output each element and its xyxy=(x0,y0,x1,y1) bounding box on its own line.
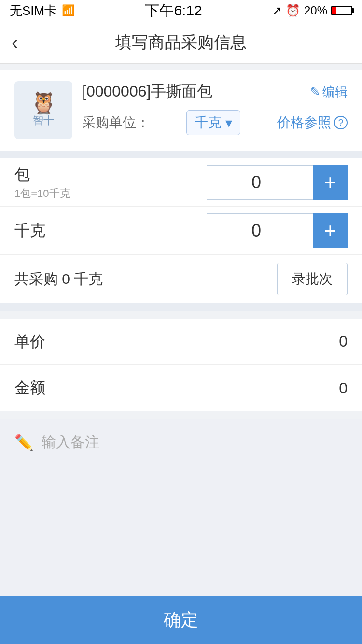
divider-1 xyxy=(0,151,362,158)
unit-price-value: 0 xyxy=(339,333,348,350)
qianke-input[interactable] xyxy=(207,213,313,248)
alarm-icon: ⏰ xyxy=(286,4,300,17)
unit-value: 千克 xyxy=(195,113,222,132)
edit-icon: ✎ xyxy=(310,84,320,99)
unit-label: 采购单位： xyxy=(82,113,150,132)
status-bar: 无SIM卡 📶 下午6:12 ↗ ⏰ 20% xyxy=(0,0,362,21)
confirm-label: 确定 xyxy=(164,608,198,632)
status-time: 下午6:12 xyxy=(145,1,202,21)
qianke-label: 千克 xyxy=(14,220,72,241)
product-image: 🦉 智十 xyxy=(14,81,72,139)
battery-percent: 20% xyxy=(304,4,327,17)
confirm-button[interactable]: 确定 xyxy=(0,596,362,644)
qianke-label-block: 千克 xyxy=(14,220,72,241)
amount-row: 金额 0 xyxy=(0,365,362,411)
edit-label: 编辑 xyxy=(322,84,348,100)
bao-sublabel: 1包=10千克 xyxy=(14,186,72,201)
product-name: [0000006]手撕面包 xyxy=(82,81,212,102)
product-logo-text: 智十 xyxy=(33,113,54,128)
unit-select[interactable]: 千克 ▾ xyxy=(186,110,240,135)
bao-input[interactable] xyxy=(207,165,313,200)
location-icon: ↗ xyxy=(272,4,282,17)
battery-icon xyxy=(331,6,352,15)
price-section: 单价 0 金额 0 xyxy=(0,319,362,411)
qianke-plus-button[interactable]: + xyxy=(313,213,348,248)
unit-row: 采购单位： 千克 ▾ 价格参照 ? xyxy=(82,110,348,135)
pencil-icon: ✏️ xyxy=(14,434,34,452)
remark-placeholder[interactable]: 输入备注 xyxy=(42,433,99,452)
input-section: 包 1包=10千克 + 千克 + xyxy=(0,158,362,255)
page-title: 填写商品采购信息 xyxy=(115,31,247,54)
chevron-down-icon: ▾ xyxy=(225,115,232,131)
edit-button[interactable]: ✎ 编辑 xyxy=(310,84,348,100)
remark-section: ✏️ 输入备注 xyxy=(0,419,362,612)
qianke-input-row: 千克 + xyxy=(0,207,362,255)
unit-price-row: 单价 0 xyxy=(0,319,362,365)
total-label: 共采购 0 千克 xyxy=(14,269,103,289)
wifi-icon: 📶 xyxy=(62,4,75,17)
status-right: ↗ ⏰ 20% xyxy=(272,4,352,17)
carrier-label: 无SIM卡 xyxy=(10,2,57,19)
info-icon: ? xyxy=(334,116,348,129)
status-left: 无SIM卡 📶 xyxy=(10,2,75,19)
product-info: [0000006]手撕面包 ✎ 编辑 采购单位： 千克 ▾ 价格参照 ? xyxy=(82,81,348,135)
price-ref-label: 价格参照 xyxy=(277,113,331,132)
amount-value: 0 xyxy=(339,379,348,397)
qianke-controls: + xyxy=(207,213,348,248)
price-ref-button[interactable]: 价格参照 ? xyxy=(277,113,348,132)
bao-label-block: 包 1包=10千克 xyxy=(14,164,72,201)
divider-2 xyxy=(0,303,362,311)
total-row: 共采购 0 千克 录批次 xyxy=(0,255,362,303)
batch-button[interactable]: 录批次 xyxy=(277,263,348,295)
nav-bar: ‹ 填写商品采购信息 xyxy=(0,21,362,64)
bao-plus-button[interactable]: + xyxy=(313,165,348,200)
bao-controls: + xyxy=(207,165,348,200)
bao-input-row: 包 1包=10千克 + xyxy=(0,158,362,207)
product-name-row: [0000006]手撕面包 ✎ 编辑 xyxy=(82,81,348,102)
product-card: 🦉 智十 [0000006]手撕面包 ✎ 编辑 采购单位： 千克 ▾ 价格参照 … xyxy=(0,70,362,151)
product-logo-icon: 🦉 xyxy=(30,92,57,113)
bao-label: 包 xyxy=(14,164,72,185)
back-button[interactable]: ‹ xyxy=(12,33,18,52)
amount-label: 金额 xyxy=(14,378,45,399)
unit-price-label: 单价 xyxy=(14,331,45,352)
